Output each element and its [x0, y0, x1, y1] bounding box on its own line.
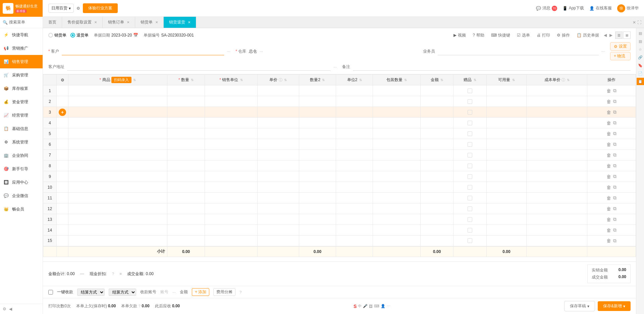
cell-qty2[interactable]	[299, 85, 336, 96]
delete-icon[interactable]: 🗑	[606, 185, 611, 190]
rp-bookmark-icon[interactable]: 🔖	[637, 62, 644, 69]
cell-quantity[interactable]	[167, 128, 205, 139]
cell-cost-price[interactable]	[527, 128, 587, 139]
cell-pack-qty[interactable]	[373, 150, 421, 161]
tab-close-icon[interactable]: ✕	[94, 20, 97, 24]
rp-form-icon[interactable]: ▤	[637, 29, 644, 37]
cell-amount[interactable]	[421, 236, 453, 246]
remark-input[interactable]	[353, 63, 631, 71]
history-btn[interactable]: 📋 历史单据	[575, 32, 601, 39]
app-download-btn[interactable]: 📱 App下载	[562, 5, 584, 11]
copy-icon[interactable]: ⧉	[613, 216, 616, 222]
cell-gift[interactable]	[453, 225, 486, 236]
logistics-btn[interactable]: + 物流	[610, 52, 631, 60]
cell-available[interactable]	[486, 150, 527, 161]
cell-available[interactable]	[486, 236, 527, 246]
cell-pack-qty[interactable]	[373, 96, 421, 107]
cell-unit2[interactable]	[336, 118, 373, 128]
copy-icon[interactable]: ⧉	[613, 184, 616, 190]
gift-checkbox[interactable]	[468, 99, 472, 104]
cell-cost-price[interactable]	[527, 182, 587, 193]
cell-gift[interactable]	[453, 118, 486, 128]
cell-quantity[interactable]	[167, 118, 205, 128]
settings-btn[interactable]: ⚙ 设置	[610, 42, 631, 51]
debt-help-icon[interactable]: ?	[139, 304, 141, 308]
cell-qty2[interactable]	[299, 171, 336, 182]
cell-price[interactable]	[257, 139, 299, 150]
cell-available[interactable]	[486, 182, 527, 193]
cell-unit2[interactable]	[336, 236, 373, 246]
gift-checkbox[interactable]	[468, 153, 472, 158]
radio-sales[interactable]: 销货单	[48, 33, 66, 38]
gift-checkbox[interactable]	[468, 142, 472, 147]
cell-quantity[interactable]	[167, 85, 205, 96]
cell-unit[interactable]	[205, 139, 257, 150]
qty2-sort-icon[interactable]: ⇅	[322, 78, 325, 82]
cell-quantity[interactable]	[167, 96, 205, 107]
sidebar-item-inventory[interactable]: 📦 库存核算	[0, 82, 43, 95]
gift-checkbox[interactable]	[468, 206, 472, 211]
product-sort-icon[interactable]: ⇅	[133, 78, 136, 82]
gift-sort-icon[interactable]: ⇅	[474, 78, 476, 82]
cell-pack-qty[interactable]	[373, 214, 421, 225]
copy-icon[interactable]: ⧉	[613, 195, 616, 201]
cell-unit2[interactable]	[336, 85, 373, 96]
cell-cost-price[interactable]	[527, 171, 587, 182]
split-btn[interactable]: 费用分摊	[213, 288, 235, 296]
cell-price[interactable]	[257, 203, 299, 214]
cell-unit[interactable]	[205, 85, 257, 96]
gift-checkbox[interactable]	[468, 217, 472, 222]
cell-unit2[interactable]	[336, 193, 373, 203]
sidebar-item-marketing[interactable]: 📢 营销推广	[0, 42, 43, 55]
cell-gift[interactable]	[453, 107, 486, 118]
tab-sales-return[interactable]: 销货退货 ✕	[164, 17, 196, 28]
sidebar-item-operations[interactable]: 📈 经营管理	[0, 109, 43, 122]
sidebar-item-shortcut[interactable]: ⚡ 快捷导航	[0, 28, 43, 42]
rp-star-icon[interactable]: ☆	[637, 46, 644, 53]
staff-input[interactable]	[438, 48, 599, 55]
cell-product[interactable]	[68, 236, 167, 246]
copy-icon[interactable]: ⧉	[613, 88, 616, 93]
delete-icon[interactable]: 🗑	[606, 120, 611, 126]
cell-cost-price[interactable]	[527, 225, 587, 236]
cell-amount[interactable]	[421, 96, 453, 107]
cell-cost-price[interactable]	[527, 96, 587, 107]
cell-amount[interactable]	[421, 128, 453, 139]
sidebar-item-system[interactable]: ⚙ 系统管理	[0, 135, 43, 149]
cell-qty2[interactable]	[299, 107, 336, 118]
sidebar-item-enterprise[interactable]: 🏢 企业协同	[0, 149, 43, 162]
save-new-btn[interactable]: 保存&新增 ▾	[598, 301, 631, 311]
cell-price[interactable]	[257, 118, 299, 128]
cell-pack-qty[interactable]	[373, 171, 421, 182]
sidebar-item-wechat[interactable]: 💬 企业微信	[0, 189, 43, 202]
help-btn[interactable]: ? 帮助	[471, 32, 486, 39]
gift-checkbox[interactable]	[468, 164, 472, 168]
delete-icon[interactable]: 🗑	[606, 110, 611, 115]
list-view-btn[interactable]: ☰	[615, 32, 623, 39]
address-more-icon[interactable]: ···	[333, 65, 337, 69]
cell-unit[interactable]	[205, 118, 257, 128]
cell-available[interactable]	[486, 85, 527, 96]
cell-unit[interactable]	[205, 203, 257, 214]
sidebar-item-purchase[interactable]: 🛒 采购管理	[0, 68, 43, 82]
delete-icon[interactable]: 🗑	[606, 142, 611, 147]
cell-product[interactable]	[68, 182, 167, 193]
delete-icon[interactable]: 🗑	[606, 131, 611, 136]
cell-gift[interactable]	[453, 128, 486, 139]
cell-cost-price[interactable]	[527, 214, 587, 225]
shortcut-btn[interactable]: ⌨ 快捷键	[489, 32, 512, 39]
cell-qty2[interactable]	[299, 139, 336, 150]
user-avatar[interactable]: 徐 徐泽华	[617, 4, 639, 12]
sidebar-item-member[interactable]: 👑 畅会员	[0, 202, 43, 216]
cell-unit2[interactable]	[336, 161, 373, 171]
industry-select[interactable]: 日用百货 ▾	[48, 4, 74, 13]
unit-sort-icon[interactable]: ⇅	[240, 78, 243, 82]
pack-sort-icon[interactable]: ⇅	[404, 78, 407, 82]
delete-icon[interactable]: 🗑	[606, 99, 611, 104]
radio-return[interactable]: 退货单	[70, 33, 89, 38]
calendar-icon[interactable]: 📅	[133, 33, 138, 38]
cell-amount[interactable]	[421, 139, 453, 150]
cost-info-icon[interactable]: ⓘ	[561, 78, 565, 82]
sidebar-item-appstore[interactable]: 🔲 应用中心	[0, 176, 43, 189]
copy-icon[interactable]: ⧉	[613, 152, 616, 158]
